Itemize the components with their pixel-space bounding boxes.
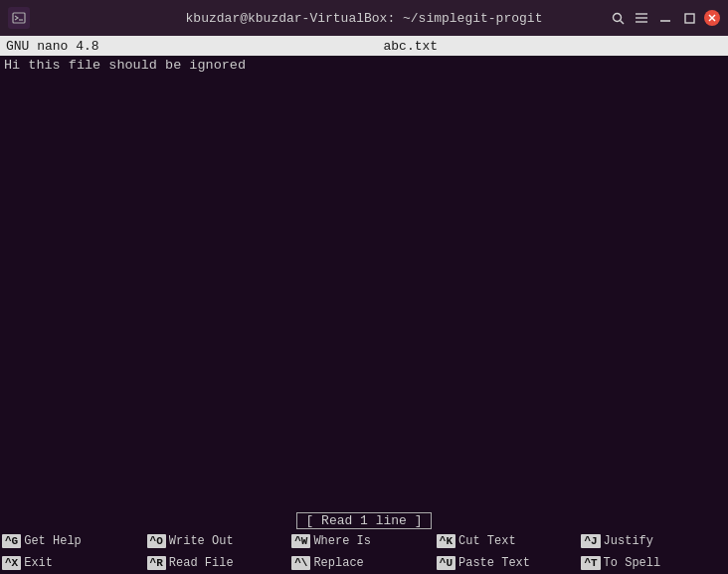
status-message: [ Read 1 line ] [296, 512, 431, 529]
shortcut-item[interactable]: ^GGet Help [2, 534, 147, 548]
shortcut-key: ^J [581, 534, 600, 548]
shortcut-key: ^O [147, 534, 166, 548]
window-title: kbuzdar@kbuzdar-VirtualBox: ~/simplegit-… [186, 11, 543, 26]
shortcut-key: ^K [437, 534, 455, 548]
shortcut-bar-row1: ^GGet Help^OWrite Out^WWhere Is^KCut Tex… [0, 530, 728, 552]
shortcut-label: Justify [604, 534, 653, 548]
nano-filename: abc.txt [384, 39, 439, 54]
shortcut-item[interactable]: ^WWhere Is [291, 534, 437, 548]
shortcut-item[interactable]: ^RRead File [147, 556, 292, 570]
shortcut-label: Paste Text [458, 556, 530, 570]
shortcut-key: ^\ [291, 556, 310, 570]
shortcut-item[interactable]: ^XExit [2, 556, 147, 570]
nano-version: GNU nano 4.8 [6, 39, 99, 54]
svg-point-2 [613, 13, 621, 21]
shortcut-key: ^G [2, 534, 21, 548]
shortcut-label: Read File [169, 556, 234, 570]
shortcut-item[interactable]: ^JJustify [581, 534, 726, 548]
shortcut-label: Write Out [169, 534, 234, 548]
close-button[interactable] [704, 10, 720, 26]
shortcut-label: Replace [313, 556, 363, 570]
terminal-icon [8, 7, 30, 29]
svg-line-3 [620, 20, 624, 24]
shortcut-item[interactable]: ^\Replace [291, 556, 437, 570]
minimize-button[interactable] [656, 9, 674, 27]
shortcut-label: Get Help [24, 534, 82, 548]
shortcut-item[interactable]: ^OWrite Out [147, 534, 292, 548]
shortcut-bar-row2: ^XExit^RRead File^\Replace^UPaste Text^T… [0, 552, 728, 574]
editor-area[interactable]: Hi this file should be ignored [0, 56, 728, 510]
shortcut-key: ^R [147, 556, 166, 570]
shortcut-item[interactable]: ^UPaste Text [437, 556, 582, 570]
shortcut-label: To Spell [604, 556, 661, 570]
titlebar: kbuzdar@kbuzdar-VirtualBox: ~/simplegit-… [0, 0, 728, 36]
search-button[interactable] [609, 9, 627, 27]
maximize-button[interactable] [680, 9, 698, 27]
shortcut-key: ^X [2, 556, 21, 570]
shortcut-item[interactable]: ^TTo Spell [581, 556, 726, 570]
titlebar-left [8, 7, 30, 29]
menu-button[interactable] [633, 9, 650, 27]
window-controls [609, 9, 720, 27]
shortcut-item[interactable]: ^KCut Text [437, 534, 582, 548]
shortcut-key: ^W [291, 534, 310, 548]
editor-content: Hi this file should be ignored [4, 58, 724, 73]
shortcut-label: Exit [24, 556, 53, 570]
shortcut-label: Cut Text [458, 534, 516, 548]
svg-rect-8 [685, 14, 694, 23]
shortcut-key: ^T [581, 556, 600, 570]
nano-header: GNU nano 4.8 abc.txt [0, 36, 728, 56]
shortcut-label: Where Is [313, 534, 371, 548]
status-bar: [ Read 1 line ] [0, 510, 728, 530]
shortcut-key: ^U [437, 556, 455, 570]
